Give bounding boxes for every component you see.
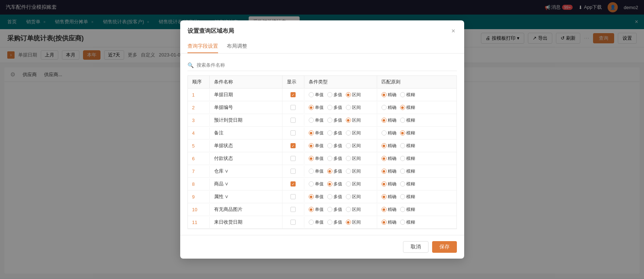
row-checkbox-6[interactable] <box>283 166 304 177</box>
radio-match-4-精确[interactable]: 精确 <box>382 143 396 149</box>
radio-type-5-区间[interactable]: 区间 <box>346 156 361 162</box>
row-match-3: 精确模糊 <box>377 127 443 139</box>
row-type-6: 单值多值区间 <box>304 165 377 177</box>
radio-match-3-精确[interactable]: 精确 <box>382 130 396 136</box>
radio-match-0-精确[interactable]: 精确 <box>382 92 396 98</box>
checkbox-5[interactable] <box>291 156 296 161</box>
radio-type-9-单值[interactable]: 单值 <box>309 207 324 213</box>
modal-close-button[interactable]: × <box>450 26 457 36</box>
radio-type-1-区间[interactable]: 区间 <box>346 105 361 111</box>
radio-type-8-单值[interactable]: 单值 <box>309 194 324 200</box>
row-checkbox-8[interactable] <box>283 191 304 202</box>
radio-match-10-精确[interactable]: 精确 <box>382 219 396 225</box>
checkbox-1[interactable] <box>291 105 296 110</box>
radio-match-9-模糊[interactable]: 模糊 <box>400 207 415 213</box>
modal-search-input[interactable] <box>197 61 457 69</box>
radio-type-3-区间[interactable]: 区间 <box>346 130 361 136</box>
radio-type-4-区间[interactable]: 区间 <box>346 143 361 149</box>
modal-title: 设置查询区域布局 <box>187 27 234 35</box>
radio-type-7-多值[interactable]: 多值 <box>327 181 342 187</box>
radio-type-6-多值[interactable]: 多值 <box>327 168 342 174</box>
radio-type-6-单值[interactable]: 单值 <box>309 168 324 174</box>
radio-type-5-多值[interactable]: 多值 <box>327 156 342 162</box>
radio-circle-7-单值 <box>309 181 314 186</box>
save-button[interactable]: 保存 <box>432 241 457 253</box>
radio-type-1-多值[interactable]: 多值 <box>327 105 342 111</box>
radio-circle-1-多值 <box>327 105 332 110</box>
checkbox-10[interactable] <box>291 220 296 225</box>
radio-type-0-单值[interactable]: 单值 <box>309 92 324 98</box>
radio-type-8-多值[interactable]: 多值 <box>327 194 342 200</box>
row-checkbox-10[interactable] <box>283 217 304 228</box>
cancel-button[interactable]: 取消 <box>403 241 428 253</box>
radio-type-8-区间[interactable]: 区间 <box>346 194 361 200</box>
radio-match-3-模糊[interactable]: 模糊 <box>400 130 415 136</box>
radio-type-0-区间[interactable]: 区间 <box>346 92 361 98</box>
radio-type-2-多值[interactable]: 多值 <box>327 117 342 123</box>
radio-type-4-多值[interactable]: 多值 <box>327 143 342 149</box>
modal-tab-layout[interactable]: 布局调整 <box>227 40 247 53</box>
row-checkbox-5[interactable] <box>283 153 304 164</box>
radio-match-7-模糊[interactable]: 模糊 <box>400 181 415 187</box>
radio-match-5-精确[interactable]: 精确 <box>382 156 396 162</box>
radio-type-9-区间[interactable]: 区间 <box>346 207 361 213</box>
radio-type-5-单值[interactable]: 单值 <box>309 156 324 162</box>
radio-type-1-单值[interactable]: 单值 <box>309 105 324 111</box>
radio-match-9-精确[interactable]: 精确 <box>382 207 396 213</box>
radio-type-10-多值[interactable]: 多值 <box>327 219 342 225</box>
radio-match-0-模糊[interactable]: 模糊 <box>400 92 415 98</box>
radio-match-6-精确[interactable]: 精确 <box>382 168 396 174</box>
radio-match-5-模糊[interactable]: 模糊 <box>400 156 415 162</box>
checkbox-6[interactable] <box>291 169 296 174</box>
radio-match-1-精确[interactable]: 精确 <box>382 105 396 111</box>
radio-match-10-模糊[interactable]: 模糊 <box>400 219 415 225</box>
checkbox-9[interactable] <box>291 207 296 212</box>
checkbox-2[interactable] <box>291 118 296 123</box>
radio-type-3-多值[interactable]: 多值 <box>327 130 342 136</box>
radio-match-4-模糊[interactable]: 模糊 <box>400 143 415 149</box>
th-order: 顺序 <box>188 76 210 88</box>
checkbox-4[interactable]: ✓ <box>291 143 296 148</box>
radio-type-10-单值[interactable]: 单值 <box>309 219 324 225</box>
radio-type-2-单值[interactable]: 单值 <box>309 117 324 123</box>
radio-match-8-模糊[interactable]: 模糊 <box>400 194 415 200</box>
checkbox-8[interactable] <box>291 194 296 199</box>
radio-type-9-多值[interactable]: 多值 <box>327 207 342 213</box>
radio-match-circle-3-模糊 <box>400 130 405 135</box>
radio-circle-9-多值 <box>327 207 332 212</box>
row-checkbox-2[interactable] <box>283 115 304 126</box>
radio-match-7-精确[interactable]: 精确 <box>382 181 396 187</box>
radio-match-8-精确[interactable]: 精确 <box>382 194 396 200</box>
modal-table-header: 顺序 条件名称 显示 条件类型 匹配原则 <box>187 75 457 88</box>
radio-circle-4-多值 <box>327 143 332 148</box>
radio-type-3-单值[interactable]: 单值 <box>309 130 324 136</box>
row-checkbox-1[interactable] <box>283 102 304 113</box>
radio-circle-3-单值 <box>309 130 314 135</box>
checkbox-7[interactable]: ✓ <box>291 181 296 186</box>
modal-tab-query-fields[interactable]: 查询字段设置 <box>187 40 218 53</box>
radio-type-0-多值[interactable]: 多值 <box>327 92 342 98</box>
radio-match-2-模糊[interactable]: 模糊 <box>400 117 415 123</box>
row-checkbox-4[interactable]: ✓ <box>283 140 304 151</box>
radio-type-10-区间[interactable]: 区间 <box>346 219 361 225</box>
checkbox-3[interactable] <box>291 130 296 135</box>
row-checkbox-9[interactable] <box>283 204 304 215</box>
radio-type-2-区间[interactable]: 区间 <box>346 117 361 123</box>
row-checkbox-0[interactable]: ✓ <box>283 89 304 100</box>
radio-match-circle-1-模糊 <box>400 105 405 110</box>
radio-match-6-模糊[interactable]: 模糊 <box>400 168 415 174</box>
row-checkbox-7[interactable]: ✓ <box>283 178 304 189</box>
radio-type-6-区间[interactable]: 区间 <box>346 168 361 174</box>
radio-type-7-单值[interactable]: 单值 <box>309 181 324 187</box>
radio-match-1-模糊[interactable]: 模糊 <box>400 105 415 111</box>
radio-circle-4-单值 <box>309 143 314 148</box>
radio-match-circle-8-精确 <box>382 194 387 199</box>
row-checkbox-3[interactable] <box>283 127 304 138</box>
radio-type-7-区间[interactable]: 区间 <box>346 181 361 187</box>
radio-match-2-精确[interactable]: 精确 <box>382 117 396 123</box>
radio-type-4-单值[interactable]: 单值 <box>309 143 324 149</box>
row-type-7: 单值多值区间 <box>304 178 377 190</box>
radio-circle-5-多值 <box>327 156 332 161</box>
row-order-3: 4 <box>188 127 210 139</box>
checkbox-0[interactable]: ✓ <box>291 92 296 97</box>
